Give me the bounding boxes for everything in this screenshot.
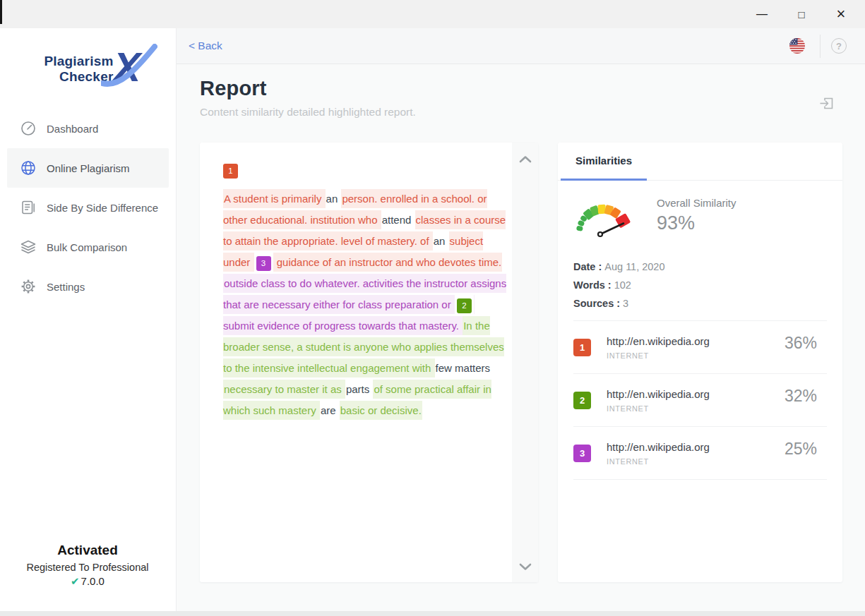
window-controls: — □ × [742,0,861,28]
source-type: INTERNET [607,351,710,360]
source-marker-1[interactable]: 1 [223,164,238,179]
source-badge-3: 3 [573,445,591,462]
meta-words: Words :102 [573,276,827,294]
overall-similarity-row: Overall Similarity 93% [573,193,827,238]
help-icon[interactable]: ? [831,38,847,54]
sidebar-item-label: Bulk Comparison [47,241,127,253]
text-segment: few matters [435,358,491,378]
language-flag-icon[interactable] [789,37,806,54]
source-percent: 32% [785,387,817,406]
source-url[interactable]: http://en.wikipedia.org [607,335,710,347]
export-report-icon[interactable] [818,95,835,111]
globe-icon [20,159,37,176]
overall-similarity-value: 93% [657,212,736,234]
topbar-divider [820,35,821,58]
text-segment: are [320,401,340,420]
source-marker-2[interactable]: 2 [457,298,472,313]
sidebar-item-label: Settings [47,281,85,293]
sidebar-item-dashboard[interactable]: Dashboard [0,109,176,148]
source-row-1[interactable]: 1 http://en.wikipedia.org INTERNET 36% [573,321,827,374]
gear-icon [20,278,37,295]
sidebar-item-label: Online Plagiarism [47,162,130,174]
sidebar-item-side-by-side[interactable]: Side By Side Difference [0,188,176,227]
window-edge [0,0,2,24]
text-segment: necessary to master it as [223,380,345,399]
main-content: Report Content similarity detailed highl… [177,64,865,611]
overall-similarity-label: Overall Similarity [657,197,736,209]
maximize-button[interactable]: □ [782,0,821,28]
similarity-gauge-icon [573,193,638,238]
source-badge-2: 2 [573,392,591,409]
layers-icon [20,238,37,255]
source-type: INTERNET [607,404,710,413]
activation-status: Activated Registered To Professional ✔7.… [0,543,175,588]
tab-similarities[interactable]: Similarities [561,143,647,181]
logo-swoosh-icon [101,44,157,90]
scroll-down-icon[interactable] [517,558,534,575]
document-icon [20,199,37,216]
gauge-icon [20,120,37,137]
sidebar-item-label: Dashboard [47,123,98,135]
source-url[interactable]: http://en.wikipedia.org [607,388,710,400]
app-logo: Plagiarism Checker X [18,47,159,95]
source-url[interactable]: http://en.wikipedia.org [607,441,710,453]
activation-version: ✔7.0.0 [0,575,175,588]
window-bottom-edge [0,611,865,616]
text-segment: guidance of an instructor and who devote… [273,253,503,272]
page-subtitle: Content similarity detailed highlighted … [200,106,416,119]
activation-registered: Registered To Professional [0,562,175,573]
source-row-3[interactable]: 3 http://en.wikipedia.org INTERNET 25% [573,427,827,480]
version-number: 7.0.0 [81,575,105,587]
sidebar-nav: Dashboard Online Plagiarism Side By [0,109,176,306]
text-segment: an [326,189,342,208]
sidebar: Plagiarism Checker X Dashboard [0,28,177,612]
scroll-up-icon[interactable] [517,151,534,168]
text-segment: basic or decisive. [340,401,422,420]
meta-date: Date :Aug 11, 2020 [573,258,827,276]
similarities-body: Overall Similarity 93% Date :Aug 11, 202… [558,193,842,480]
close-button[interactable]: × [821,0,861,28]
top-bar: < Back ? [177,28,865,64]
source-percent: 36% [785,334,817,353]
text-segment: an [433,231,449,250]
text-segment: parts [345,380,374,399]
sidebar-item-online-plagiarism[interactable]: Online Plagiarism [7,148,169,188]
page-title: Report [200,77,267,100]
sidebar-item-settings[interactable]: Settings [0,267,176,306]
text-segment: attend [381,210,415,229]
source-row-2[interactable]: 2 http://en.wikipedia.org INTERNET 32% [573,374,827,427]
source-badge-1: 1 [573,339,591,356]
check-icon: ✔ [71,575,80,587]
similarities-panel: Similarities [558,143,842,582]
back-button[interactable]: < Back [189,28,222,64]
source-type: INTERNET [607,457,710,466]
sidebar-item-label: Side By Side Difference [47,202,158,214]
text-segment: A student is primarily [223,189,326,208]
similarities-header: Similarities [558,143,842,181]
minimize-button[interactable]: — [742,0,782,28]
activation-title: Activated [0,543,175,558]
sidebar-item-bulk-comparison[interactable]: Bulk Comparison [0,227,176,267]
meta-sources: Sources :3 [573,294,827,313]
document-scrollbar[interactable] [512,143,538,582]
source-percent: 25% [785,440,817,459]
title-bar: — □ × [0,0,865,28]
source-marker-row: 1 [223,159,508,181]
report-meta: Date :Aug 11, 2020 Words :102 Sources :3 [573,258,827,321]
report-document-panel: 1A student is primarily an person. enrol… [200,143,538,582]
source-marker-3[interactable]: 3 [256,256,271,271]
report-text: 1A student is primarily an person. enrol… [223,159,508,421]
